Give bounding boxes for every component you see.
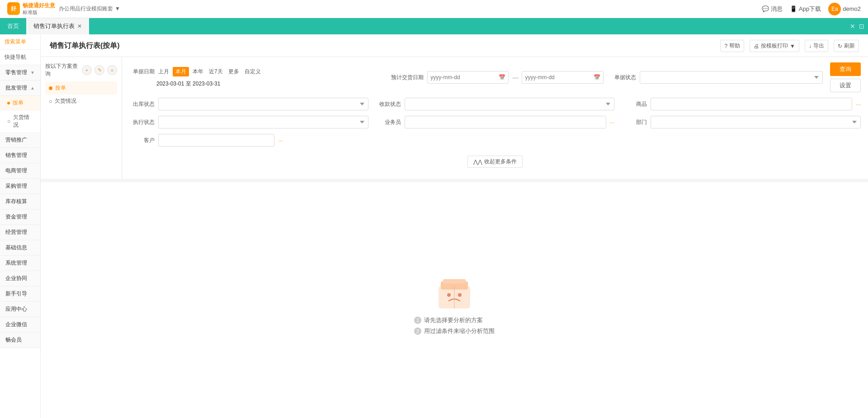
filter-row-4: 客户 ···	[129, 134, 861, 147]
date-tab-this-month[interactable]: 本月	[173, 67, 189, 76]
template-print-btn[interactable]: 🖨 按模板打印 ▼	[750, 40, 799, 52]
page-header-actions: ? 帮助 🖨 按模板打印 ▼ ↓ 导出 ↻ 刷新	[720, 40, 859, 57]
date-tab-custom[interactable]: 自定义	[243, 67, 263, 76]
sidebar-sub-byorder[interactable]: 按单	[0, 96, 40, 110]
logo-text: 畅捷通好生意 标准版	[23, 2, 55, 16]
help-btn[interactable]: ? 帮助	[720, 40, 744, 52]
help-icon: ?	[724, 43, 727, 49]
date-tab-7days[interactable]: 近7天	[207, 67, 225, 76]
sidebar-item-sales[interactable]: 销售管理	[0, 148, 40, 163]
refresh-icon: ↻	[838, 43, 842, 49]
empty-svg-icon	[432, 266, 477, 311]
predicted-date-to-input[interactable]	[525, 74, 591, 81]
date-tab-this-year[interactable]: 本年	[191, 67, 205, 76]
filter-right: 单据日期 上月 本月 本年 近7天 更多 自定义 2023-03-01 至 20…	[122, 57, 868, 179]
sidebar-item-purchase[interactable]: 采购管理	[0, 179, 40, 194]
predicted-date-group: 预计交货日期 📅 — 📅	[391, 71, 603, 84]
sidebar-sub-debt[interactable]: ○ 欠货情况	[0, 110, 40, 133]
print-icon: 🖨	[754, 43, 759, 49]
edit-scheme-btn[interactable]: ✎	[94, 65, 104, 75]
department-select[interactable]	[651, 116, 861, 128]
sidebar-item-company[interactable]: 企业协同	[0, 271, 40, 286]
customer-ellipsis-btn[interactable]: ···	[278, 137, 283, 144]
header-left: 好 畅捷通好生意 标准版 办公用品行业模拟账套 ▼	[7, 2, 120, 16]
sidebar-item-marketing[interactable]: 营销推广	[0, 133, 40, 148]
delivery-status-group: 出库状态	[129, 98, 368, 110]
page-title: 销售订单执行表(按单)	[50, 41, 120, 55]
tab-close-icon[interactable]: ✕	[77, 23, 82, 29]
salesperson-ellipsis-btn[interactable]: ···	[610, 119, 615, 126]
collapse-icon: ⋀⋀	[473, 159, 482, 165]
header-right: 💬 消息 📱 App下载 Ea demo2	[762, 3, 861, 15]
predicted-date-to[interactable]: 📅	[522, 71, 603, 84]
scheme-dot-icon	[49, 86, 52, 90]
content-area: 销售订单执行表(按单) ? 帮助 🖨 按模板打印 ▼ ↓ 导出 ↻ 刷新	[41, 34, 868, 418]
sidebar-item-newbie[interactable]: 新手引导	[0, 286, 40, 302]
payment-status-select[interactable]	[405, 98, 615, 110]
delivery-status-select[interactable]	[158, 98, 368, 110]
page-header: 销售订单执行表(按单) ? 帮助 🖨 按模板打印 ▼ ↓ 导出 ↻ 刷新	[41, 34, 868, 57]
exec-status-group: 执行状态	[129, 116, 368, 128]
empty-tip-2: 2 用过滤条件来缩小分析范围	[414, 327, 495, 335]
predicted-date-from[interactable]: 📅	[427, 71, 509, 84]
tab-sales-order[interactable]: 销售订单执行表 ✕	[26, 18, 89, 34]
tab-bar-actions: ✕ ⊡	[846, 18, 868, 34]
status-select[interactable]	[640, 71, 823, 84]
sidebar-item-wholesale[interactable]: 批发管理 ▲	[0, 81, 40, 96]
predicted-date-from-input[interactable]	[430, 74, 497, 81]
customer-group: 客户 ···	[129, 134, 283, 147]
refresh-btn[interactable]: ↻ 刷新	[834, 40, 859, 52]
main-layout: 搜索菜单 快捷导航 零售管理 ▼ 批发管理 ▲ 按单 ○ 欠货情况 营销推广 销…	[0, 34, 868, 418]
filter-row-2: 出库状态 收款状态 商品 ···	[129, 98, 861, 110]
top-header: 好 畅捷通好生意 标准版 办公用品行业模拟账套 ▼ 💬 消息 📱 App下载 E…	[0, 0, 868, 18]
query-btn[interactable]: 查询	[830, 62, 861, 76]
status-group: 单据状态	[611, 71, 823, 84]
tab-bar: 首页 销售订单执行表 ✕ ✕ ⊡	[0, 18, 868, 34]
sidebar-item-basic[interactable]: 基础信息	[0, 240, 40, 256]
chevron-down-icon: ▼	[30, 70, 35, 75]
filter-actions: ⋀⋀ 收起更多条件	[129, 152, 861, 173]
sidebar-item-system[interactable]: 系统管理	[0, 256, 40, 271]
sidebar: 搜索菜单 快捷导航 零售管理 ▼ 批发管理 ▲ 按单 ○ 欠货情况 营销推广 销…	[0, 34, 41, 418]
sidebar-item-retail[interactable]: 零售管理 ▼	[0, 65, 40, 81]
tab-home[interactable]: 首页	[0, 18, 26, 34]
salesperson-input[interactable]	[405, 116, 606, 128]
sidebar-search-menu[interactable]: 搜索菜单	[0, 34, 40, 50]
sidebar-quick-nav[interactable]: 快捷导航	[0, 50, 40, 65]
customer-input[interactable]	[158, 134, 274, 147]
scheme-item-debt[interactable]: ○ 欠货情况	[45, 95, 117, 108]
window-maximize-icon[interactable]: ⊡	[859, 23, 864, 30]
svg-rect-2	[443, 279, 466, 284]
product-ellipsis-btn[interactable]: ···	[856, 101, 861, 108]
app-download-btn[interactable]: 📱 App下载	[790, 5, 821, 13]
calendar-icon: 📅	[499, 74, 505, 81]
settings-btn[interactable]: 设置	[830, 79, 861, 92]
collapse-filter-btn[interactable]: ⋀⋀ 收起更多条件	[467, 156, 523, 168]
app-icon: 📱	[790, 5, 797, 12]
sidebar-item-ecommerce[interactable]: 电商管理	[0, 163, 40, 179]
product-group: 商品 ···	[622, 98, 861, 110]
window-close-icon[interactable]: ✕	[850, 23, 855, 30]
export-btn[interactable]: ↓ 导出	[805, 40, 828, 52]
sidebar-item-appstore[interactable]: 应用中心	[0, 302, 40, 317]
header-menu-bar: 办公用品行业模拟账套 ▼	[59, 5, 120, 13]
empty-illustration	[432, 266, 477, 311]
sidebar-item-finance[interactable]: 资金管理	[0, 209, 40, 225]
message-btn[interactable]: 💬 消息	[762, 5, 783, 13]
sidebar-item-wechat[interactable]: 企业微信	[0, 317, 40, 332]
date-tab-more[interactable]: 更多	[226, 67, 241, 76]
sidebar-item-member[interactable]: 畅会员	[0, 332, 40, 348]
date-tab-last-month[interactable]: 上月	[156, 67, 171, 76]
svg-point-3	[447, 293, 451, 297]
department-group: 部门	[622, 116, 861, 128]
collapse-scheme-btn[interactable]: «	[107, 65, 117, 75]
add-scheme-btn[interactable]: +	[82, 65, 92, 75]
scheme-item-byorder[interactable]: 按单	[45, 81, 117, 95]
empty-tips: 1 请先选择要分析的方案 2 用过滤条件来缩小分析范围	[414, 316, 495, 335]
product-input[interactable]	[651, 98, 852, 110]
exec-status-select[interactable]	[158, 116, 368, 128]
sidebar-item-inventory[interactable]: 库存核算	[0, 194, 40, 209]
sidebar-item-operations[interactable]: 经营管理	[0, 225, 40, 240]
filter-row-3: 执行状态 业务员 ··· 部门	[129, 116, 861, 128]
user-profile[interactable]: Ea demo2	[828, 3, 861, 15]
